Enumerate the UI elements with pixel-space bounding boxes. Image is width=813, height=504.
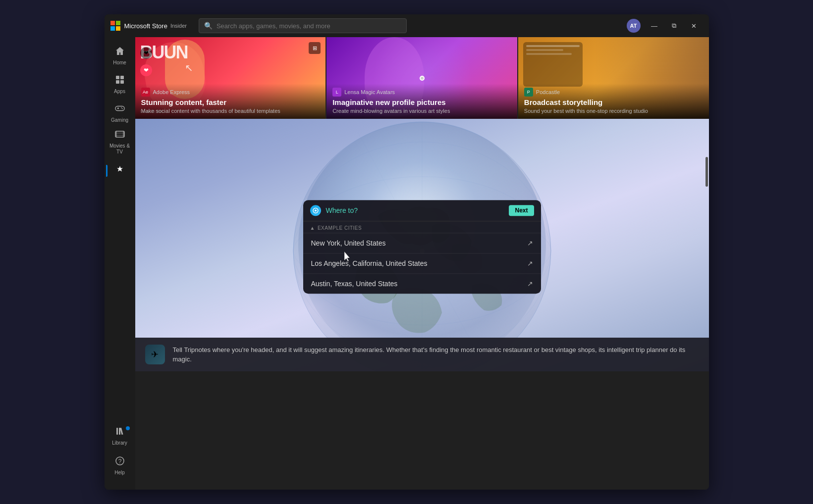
podcastle-card-desc: Sound your best with this one-stop recor… <box>524 108 703 114</box>
svg-rect-15 <box>123 131 124 137</box>
city-arrow-la: ↗ <box>527 259 533 267</box>
city-name-la: Los Angeles, California, United States <box>311 259 428 267</box>
svg-text:?: ? <box>118 458 121 465</box>
svg-rect-1 <box>116 21 120 25</box>
user-avatar[interactable]: AT <box>627 19 641 33</box>
city-arrow-austin: ↗ <box>527 280 533 288</box>
sidebar-item-apps-label: Apps <box>114 89 125 95</box>
adobe-app-name: Ae Adobe Express <box>141 88 320 97</box>
sidebar-item-active[interactable] <box>106 157 134 185</box>
minimize-button[interactable]: — <box>646 19 663 33</box>
featured-card-lensa[interactable]: L Lensa Magic Avatars Imaginative new pr… <box>326 37 517 119</box>
app-name: Microsoft Store <box>124 22 167 30</box>
adobe-card-desc: Make social content with thousands of be… <box>141 108 320 114</box>
adobe-app-icon: Ae <box>141 88 150 97</box>
sidebar: Home Apps <box>105 37 135 490</box>
close-button[interactable]: ✕ <box>685 19 703 33</box>
next-button[interactable]: Next <box>509 205 534 216</box>
sidebar-item-home-label: Home <box>113 60 126 66</box>
lensa-app-icon: L <box>332 88 341 97</box>
lensa-card-overlay: L Lensa Magic Avatars Imaginative new pr… <box>326 84 517 119</box>
svg-rect-6 <box>116 80 119 84</box>
tripnotes-app-icon <box>310 205 321 216</box>
city-item-la[interactable]: Los Angeles, California, United States ↗ <box>303 253 541 273</box>
promo-app-icon-symbol: ✈ <box>151 349 159 360</box>
search-icon: 🔍 <box>204 22 213 30</box>
scrollbar-track[interactable] <box>705 37 708 490</box>
tripnotes-card: Where to? Next ▲ EXAMPLE CITIES New York… <box>303 200 541 294</box>
svg-rect-3 <box>116 26 120 31</box>
sidebar-item-gaming[interactable]: Gaming <box>106 100 134 127</box>
active-nav-icon <box>115 165 125 177</box>
lensa-app-name: L Lensa Magic Avatars <box>332 88 511 97</box>
scrollbar-thumb[interactable] <box>705 157 708 187</box>
titlebar: Microsoft Store Insider 🔍 AT — ⧉ ✕ <box>105 14 709 37</box>
svg-point-11 <box>121 107 122 108</box>
movies-icon <box>115 129 125 142</box>
sidebar-item-help-label: Help <box>114 470 125 476</box>
podcastle-card-overlay: P Podcastle Broadcast storytelling Sound… <box>518 84 709 119</box>
sidebar-item-home[interactable]: Home <box>106 42 134 70</box>
lensa-card-desc: Create mind-blowing avatars in various a… <box>332 108 511 114</box>
library-notification-dot <box>126 426 130 430</box>
adobe-card-overlay: Ae Adobe Express Stunning content, faste… <box>135 84 326 119</box>
svg-rect-8 <box>115 106 124 110</box>
svg-rect-16 <box>115 133 124 134</box>
city-name-austin: Austin, Texas, United States <box>311 280 398 288</box>
promo-strip: ✈ Tell Tripnotes where you're headed, an… <box>135 338 709 371</box>
sidebar-item-movies-label: Movies & TV <box>106 143 134 155</box>
lensa-card-title: Imaginative new profile pictures <box>332 98 511 106</box>
home-icon <box>115 46 125 58</box>
svg-point-31 <box>315 209 317 211</box>
svg-rect-14 <box>115 131 117 137</box>
sidebar-item-library-label: Library <box>112 440 127 446</box>
promo-description: Tell Tripnotes where you're headed, and … <box>173 345 699 364</box>
example-cities-header: ▲ EXAMPLE CITIES <box>303 221 541 233</box>
search-input[interactable] <box>217 22 401 30</box>
adobe-card-title: Stunning content, faster <box>141 98 320 106</box>
svg-point-12 <box>122 108 123 109</box>
app-logo <box>110 21 120 31</box>
svg-rect-0 <box>110 21 115 25</box>
featured-card-adobe[interactable]: BUUN LINK IN BIO ❤ ❤ ⊞ ↖ <box>135 37 326 119</box>
svg-rect-4 <box>116 76 119 79</box>
window-controls: — ⧉ ✕ <box>646 19 703 33</box>
promo-app-icon: ✈ <box>145 345 165 364</box>
svg-rect-5 <box>120 76 124 79</box>
apps-icon <box>115 75 125 87</box>
globe-section: Where to? Next ▲ EXAMPLE CITIES New York… <box>135 119 709 371</box>
search-box[interactable]: 🔍 <box>199 18 407 33</box>
svg-rect-2 <box>110 26 115 31</box>
featured-card-podcastle[interactable]: P Podcastle Broadcast storytelling Sound… <box>518 37 709 119</box>
insider-badge: Insider <box>170 23 187 29</box>
help-icon: ? <box>115 456 125 468</box>
search-container[interactable]: 🔍 <box>199 18 407 33</box>
tripnotes-placeholder[interactable]: Where to? <box>326 206 504 214</box>
tripnotes-search-bar[interactable]: Where to? Next <box>303 200 541 221</box>
sidebar-item-movies-tv[interactable]: Movies & TV <box>106 128 134 156</box>
sidebar-bottom: Library ? Help <box>106 422 134 485</box>
svg-rect-10 <box>117 107 118 109</box>
featured-row: BUUN LINK IN BIO ❤ ❤ ⊞ ↖ <box>135 37 709 119</box>
city-item-austin[interactable]: Austin, Texas, United States ↗ <box>303 273 541 294</box>
podcastle-app-name: P Podcastle <box>524 88 703 97</box>
sidebar-item-library[interactable]: Library <box>106 422 134 450</box>
sidebar-item-help[interactable]: ? Help <box>106 452 134 480</box>
content-area[interactable]: BUUN LINK IN BIO ❤ ❤ ⊞ ↖ <box>135 37 709 490</box>
gaming-icon <box>115 103 125 116</box>
podcastle-app-icon: P <box>524 88 533 97</box>
city-name-ny: New York, United States <box>311 239 386 247</box>
library-icon <box>115 426 125 439</box>
main-layout: Home Apps <box>105 37 709 490</box>
sidebar-item-apps[interactable]: Apps <box>106 71 134 99</box>
example-cities-label: EXAMPLE CITIES <box>318 225 362 231</box>
maximize-button[interactable]: ⧉ <box>665 19 683 33</box>
svg-rect-7 <box>120 80 124 84</box>
city-item-ny[interactable]: New York, United States ↗ <box>303 233 541 253</box>
svg-rect-18 <box>116 428 118 435</box>
svg-rect-17 <box>115 135 124 136</box>
podcastle-card-title: Broadcast storytelling <box>524 98 703 106</box>
app-window: Microsoft Store Insider 🔍 AT — ⧉ ✕ <box>105 14 709 490</box>
chevron-up-icon: ▲ <box>310 225 315 231</box>
city-arrow-ny: ↗ <box>527 239 533 247</box>
